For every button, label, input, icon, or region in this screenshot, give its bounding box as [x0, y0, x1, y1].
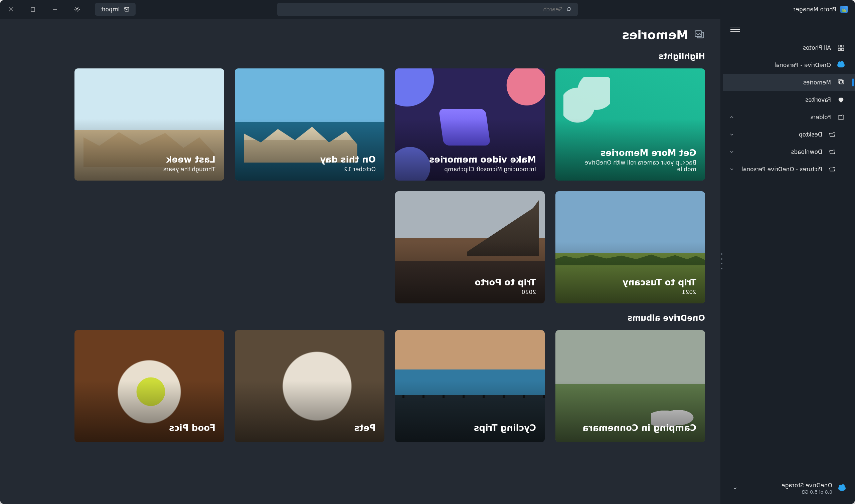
- import-label: Import: [101, 6, 120, 13]
- memory-card[interactable]: Food Pics: [74, 330, 224, 442]
- minimize-icon: [53, 7, 57, 12]
- search-input[interactable]: [283, 6, 563, 13]
- chevron-down-icon: [732, 486, 738, 491]
- memory-card[interactable]: On this day October 12: [235, 68, 384, 181]
- sidebar-item-all-photos[interactable]: All Photos: [723, 39, 855, 56]
- card-title: Make video memories: [404, 155, 536, 165]
- splitter[interactable]: [720, 19, 723, 504]
- svg-rect-14: [838, 80, 843, 83]
- chevron-down-icon: [729, 166, 734, 172]
- hamburger-button[interactable]: [723, 21, 855, 37]
- memory-card[interactable]: Trip to Porto 2020: [395, 191, 545, 303]
- cloud-icon: [838, 486, 845, 491]
- sidebar-item-label: Memories: [803, 79, 831, 86]
- svg-point-0: [568, 7, 571, 10]
- search-icon: [566, 6, 572, 12]
- folder-icon: [837, 113, 845, 121]
- hamburger-icon: [730, 25, 740, 34]
- maximize-button[interactable]: [22, 0, 44, 19]
- page-title: Memories: [622, 28, 688, 42]
- close-button[interactable]: [0, 0, 22, 19]
- card-subtitle: 2020: [404, 289, 536, 295]
- card-grid: Get More Memories Backup your camera rol…: [15, 68, 705, 303]
- card-title: Last week: [83, 155, 215, 165]
- svg-rect-11: [842, 49, 844, 50]
- section-heading: Highlights: [15, 52, 705, 61]
- memory-card[interactable]: Get More Memories Backup your camera rol…: [555, 68, 705, 181]
- sidebar-item-label: Pictures - OneDrive Personal: [741, 166, 822, 173]
- memory-card[interactable]: Trip to Tuscany 2021: [555, 191, 705, 303]
- card-title: Pets: [243, 423, 376, 433]
- storage-indicator[interactable]: OneDrive Storage 0.8 of 5.0 GB: [723, 475, 855, 504]
- sidebar-item-downloads[interactable]: Downloads: [723, 144, 855, 160]
- close-icon: [9, 7, 13, 12]
- content-area[interactable]: Memories Highlights Get More Memories Ba…: [0, 19, 720, 504]
- sidebar-item-favorites[interactable]: Favorites: [723, 91, 855, 108]
- app-window: Photo Manager Import: [0, 0, 855, 504]
- storage-label: OneDrive Storage: [744, 482, 832, 489]
- folder-open-icon: [828, 131, 836, 138]
- splitter-grip-icon: [721, 253, 722, 269]
- storage-detail: 0.8 of 5.0 GB: [744, 489, 832, 494]
- sidebar-item-label: Favorites: [805, 96, 831, 103]
- memory-card[interactable]: Last week Through the years: [74, 68, 224, 181]
- card-subtitle: Through the years: [83, 166, 215, 173]
- sidebar-item-label: All Photos: [803, 44, 831, 51]
- svg-rect-9: [842, 45, 844, 47]
- memories-icon: [837, 79, 845, 86]
- sidebar-item-onedrive-personal[interactable]: OneDrive - Personal: [723, 57, 855, 73]
- chevron-down-icon: [729, 132, 734, 137]
- folder-open-icon: [828, 165, 836, 173]
- memory-card[interactable]: Camping in Connemara: [555, 330, 705, 442]
- app-title: Photo Manager: [793, 6, 836, 13]
- nav-list: All Photos OneDrive - Personal Memories …: [723, 37, 855, 180]
- svg-point-4: [76, 8, 78, 10]
- svg-rect-13: [839, 81, 844, 84]
- card-subtitle: Introducing Microsoft Clipchamp: [404, 166, 536, 173]
- card-title: Cycling Trips: [404, 423, 536, 433]
- svg-rect-10: [838, 45, 840, 47]
- sidebar-item-memories[interactable]: Memories: [723, 74, 855, 91]
- sidebar-item-label: OneDrive - Personal: [774, 62, 831, 68]
- maximize-icon: [31, 7, 35, 12]
- card-grid: Camping in Connemara Cycling Trips Pets …: [15, 330, 705, 442]
- card-subtitle: 2021: [564, 289, 696, 295]
- minimize-button[interactable]: [44, 0, 66, 19]
- card-subtitle: Backup your camera roll with OneDrive mo…: [564, 159, 696, 173]
- titlebar: Photo Manager Import: [0, 0, 855, 19]
- card-subtitle: October 12: [243, 166, 376, 173]
- sidebar-item-label: Folders: [810, 114, 831, 121]
- sidebar-item-folders[interactable]: Folders: [723, 109, 855, 126]
- memory-card[interactable]: Cycling Trips: [395, 330, 545, 442]
- gear-icon: [74, 6, 81, 13]
- app-icon: [840, 6, 848, 13]
- card-title: Trip to Tuscany: [564, 277, 696, 287]
- chevron-up-icon: [729, 114, 734, 120]
- heart-icon: [837, 96, 845, 104]
- folder-open-icon: [828, 148, 836, 156]
- import-button[interactable]: Import: [95, 3, 136, 16]
- memories-icon: [694, 29, 705, 41]
- memory-card[interactable]: Pets: [235, 330, 384, 442]
- svg-line-1: [567, 10, 568, 11]
- sidebar: All Photos OneDrive - Personal Memories …: [723, 19, 855, 504]
- svg-rect-6: [31, 8, 35, 11]
- sidebar-item-desktop[interactable]: Desktop: [723, 126, 855, 143]
- sidebar-item-label: Downloads: [791, 148, 822, 155]
- memory-card[interactable]: Make video memories Introducing Microsof…: [395, 68, 545, 181]
- card-title: Food Pics: [83, 423, 215, 433]
- cloud-icon: [837, 63, 845, 68]
- sidebar-item-label: Desktop: [799, 131, 822, 138]
- import-icon: [123, 6, 129, 13]
- settings-button[interactable]: [66, 0, 88, 19]
- svg-rect-12: [838, 49, 840, 50]
- chevron-down-icon: [729, 149, 734, 155]
- svg-rect-16: [695, 31, 702, 36]
- card-title: On this day: [243, 155, 376, 165]
- sidebar-item-pictures-onedrive-personal[interactable]: Pictures - OneDrive Personal: [723, 161, 855, 178]
- grid-icon: [837, 44, 845, 51]
- card-title: Get More Memories: [564, 148, 696, 158]
- card-title: Camping in Connemara: [564, 423, 696, 433]
- search-box[interactable]: [277, 3, 578, 16]
- card-title: Trip to Porto: [404, 277, 536, 287]
